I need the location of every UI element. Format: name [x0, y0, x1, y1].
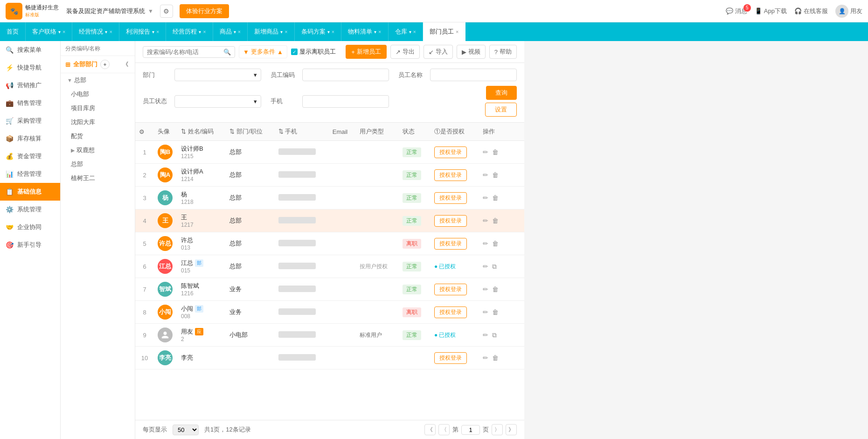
search-button[interactable]: 查询 — [486, 86, 517, 100]
dept-item-shuanglu[interactable]: ▶ 双鹿想 — [61, 143, 135, 157]
edit-icon[interactable]: ✏ — [483, 308, 488, 316]
tab-add-goods[interactable]: 新增商品▾× — [248, 22, 294, 41]
dept-item-general[interactable]: ▼ 总部 — [61, 73, 135, 87]
close-icon[interactable]: × — [62, 29, 65, 35]
app-download-button[interactable]: 📱 App下载 — [755, 7, 787, 15]
edit-icon[interactable]: ✏ — [483, 354, 488, 362]
close-icon[interactable]: × — [238, 29, 241, 35]
edit-icon[interactable]: ✏ — [483, 148, 488, 156]
sidebar-item-marketing[interactable]: 📢 营销推广 — [0, 77, 60, 94]
collapse-button[interactable]: 《 — [121, 60, 130, 69]
close-icon[interactable]: × — [456, 29, 458, 35]
dept-item-small-elec[interactable]: 小电部 — [61, 87, 135, 101]
dept-select[interactable]: ▾ — [174, 69, 261, 81]
message-button[interactable]: 💬 消息 5 — [726, 7, 747, 15]
sidebar-item-guide[interactable]: 🎯 新手引导 — [0, 236, 60, 254]
delete-icon[interactable]: 🗑 — [492, 286, 499, 293]
sidebar-item-purchase[interactable]: 🛒 采购管理 — [0, 112, 60, 130]
tab-bom[interactable]: 物料清单▾× — [341, 22, 388, 41]
emp-name-input[interactable] — [430, 69, 517, 81]
trial-button[interactable]: 体验行业方案 — [180, 4, 229, 18]
view-button[interactable]: ▶ 视频 — [457, 45, 486, 59]
tab-goods[interactable]: 商品▾× — [213, 22, 248, 41]
tab-operations[interactable]: 经营情况▾× — [72, 22, 119, 41]
auth-button[interactable]: 授权登录 — [434, 307, 467, 318]
edit-icon[interactable]: ✏ — [483, 171, 488, 179]
delete-icon[interactable]: 🗑 — [492, 148, 499, 156]
tab-warehouse[interactable]: 仓库▾× — [389, 22, 423, 41]
tab-barcode[interactable]: 条码方案▾× — [295, 22, 341, 41]
auth-button[interactable]: 授权登录 — [434, 146, 467, 158]
edit-icon[interactable]: ✏ — [483, 217, 488, 224]
close-icon[interactable]: × — [332, 29, 334, 35]
auth-button[interactable]: 授权登录 — [434, 215, 467, 227]
sidebar-item-sales[interactable]: 💼 销售管理 — [0, 94, 60, 112]
tab-customer[interactable]: 客户联络▾× — [26, 22, 72, 41]
dept-item-distribution[interactable]: 配货 — [61, 129, 135, 143]
more-filter-button[interactable]: ▼ 更多条件 ▲ — [239, 45, 287, 58]
auth-button[interactable]: 授权登录 — [434, 352, 467, 364]
edit-icon[interactable]: ✏ — [483, 194, 488, 202]
sidebar-item-finance[interactable]: 💰 资金管理 — [0, 147, 60, 165]
close-icon[interactable]: × — [378, 29, 381, 35]
online-service-button[interactable]: 🎧 在线客服 — [794, 7, 828, 15]
import-button[interactable]: ↙ 导入 — [424, 45, 453, 59]
sidebar-item-coop[interactable]: 🤝 企业协同 — [0, 218, 60, 236]
close-icon[interactable]: × — [109, 29, 112, 35]
delete-icon[interactable]: 🗑 — [492, 308, 499, 316]
tab-employee[interactable]: 部门员工× — [423, 22, 465, 41]
sidebar-item-basic[interactable]: 📋 基础信息 — [0, 183, 60, 201]
gear-button[interactable]: ⚙ — [160, 5, 173, 18]
close-icon[interactable]: × — [156, 29, 159, 35]
page-size-select[interactable]: 50 20 100 — [173, 425, 199, 435]
edit-icon[interactable]: ✏ — [483, 240, 488, 247]
delete-icon[interactable]: 🗑 — [492, 194, 499, 202]
edit-icon[interactable]: ✏ — [483, 263, 488, 270]
add-employee-button[interactable]: + 新增员工 — [346, 45, 387, 59]
dept-item-shenyang[interactable]: 沈阳大库 — [61, 115, 135, 129]
auth-button[interactable]: 授权登录 — [434, 284, 467, 295]
close-icon[interactable]: × — [285, 29, 287, 35]
help-button[interactable]: ? 帮助 — [489, 45, 517, 59]
search-input[interactable] — [147, 49, 222, 56]
sidebar-item-inventory[interactable]: 📦 库存核算 — [0, 130, 60, 147]
tab-history[interactable]: 经营历程▾× — [166, 22, 213, 41]
emp-code-input[interactable] — [302, 69, 389, 81]
sidebar-item-search[interactable]: 🔍 搜索菜单 — [0, 41, 60, 59]
export-button[interactable]: ↗ 导出 — [390, 45, 420, 59]
dept-item-project[interactable]: 项目库房 — [61, 101, 135, 115]
add-dept-button[interactable]: + — [100, 60, 110, 69]
title-dropdown-arrow[interactable]: ▼ — [148, 8, 153, 14]
page-number-input[interactable] — [461, 425, 480, 435]
auth-button[interactable]: 授权登录 — [434, 192, 467, 204]
copy-icon[interactable]: ⧉ — [492, 331, 497, 339]
delete-icon[interactable]: 🗑 — [492, 217, 499, 224]
sidebar-item-operations[interactable]: 📊 经营管理 — [0, 165, 60, 183]
edit-icon[interactable]: ✏ — [483, 286, 488, 293]
sidebar-item-shortcut[interactable]: ⚡ 快捷导航 — [0, 59, 60, 77]
next-page-button[interactable]: 〉 — [492, 424, 503, 435]
sidebar-item-system[interactable]: ⚙️ 系统管理 — [0, 201, 60, 218]
last-page-button[interactable]: 》 — [506, 424, 517, 435]
user-menu[interactable]: 👤 用友 — [835, 5, 862, 18]
first-page-button[interactable]: 《 — [424, 424, 436, 435]
auth-button[interactable]: 授权登录 — [434, 169, 467, 181]
prev-page-button[interactable]: 〈 — [438, 424, 450, 435]
tab-profit[interactable]: 利润报告▾× — [119, 22, 166, 41]
phone-input[interactable] — [302, 95, 389, 108]
delete-icon[interactable]: 🗑 — [492, 354, 499, 362]
dept-item-zhishu[interactable]: 植树王二 — [61, 171, 135, 185]
copy-icon[interactable]: ⧉ — [492, 263, 497, 271]
dept-item-hq[interactable]: 总部 — [61, 157, 135, 171]
close-icon[interactable]: × — [413, 29, 416, 35]
auth-button[interactable]: 授权登录 — [434, 238, 467, 250]
edit-icon[interactable]: ✏ — [483, 331, 488, 339]
close-icon[interactable]: × — [203, 29, 206, 35]
tab-home[interactable]: 首页 — [0, 22, 26, 41]
delete-icon[interactable]: 🗑 — [492, 171, 499, 179]
dept-search-input[interactable] — [65, 45, 135, 52]
delete-icon[interactable]: 🗑 — [492, 240, 499, 247]
settings-icon[interactable]: ⚙ — [139, 128, 145, 135]
show-resigned-checkbox[interactable]: ✓ 显示离职员工 — [291, 48, 336, 56]
emp-status-select[interactable]: ▾ — [174, 95, 261, 108]
